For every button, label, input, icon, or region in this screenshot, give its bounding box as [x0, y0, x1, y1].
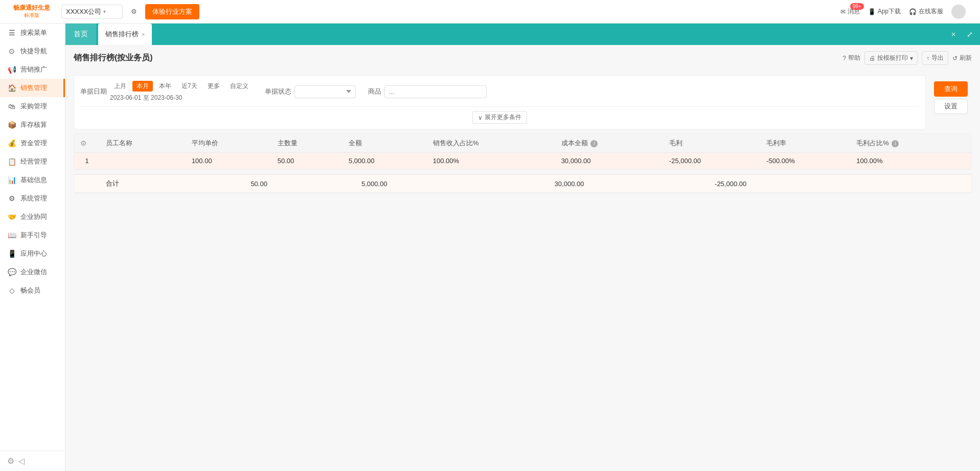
th-cost: 成本全额 i [555, 134, 663, 153]
sidebar-icon-marketing: 📢 [7, 65, 16, 74]
home-tab-label: 首页 [74, 30, 88, 39]
date-option-更多[interactable]: 更多 [203, 81, 224, 92]
tab-maximize-icon[interactable]: ⤢ [964, 28, 976, 40]
company-selector[interactable]: XXXXX公司 ▾ [61, 5, 123, 19]
date-option-本年[interactable]: 本年 [155, 81, 175, 92]
cell-total: 5,000.00 [343, 153, 427, 169]
tab-close-icon[interactable]: × [142, 31, 145, 37]
headset-icon: 🎧 [909, 8, 917, 15]
question-icon: ? [842, 55, 846, 62]
table-settings-icon[interactable]: ⚙ [80, 139, 87, 147]
phone-icon: 📱 [868, 8, 876, 15]
sidebar-item-inventory[interactable]: 📦库存核算 [0, 116, 65, 134]
help-button[interactable]: ? 帮助 [842, 54, 860, 62]
footer-cost: 30,000.00 [549, 174, 709, 193]
avatar[interactable] [951, 5, 966, 19]
sidebar-label-basic: 基础信息 [20, 175, 47, 185]
sidebar-item-search[interactable]: ☰搜索菜单 [0, 24, 65, 42]
logo[interactable]: 畅康通好生意 标准版 [6, 0, 57, 24]
sidebar-item-shortcut[interactable]: ⊙快捷导航 [0, 42, 65, 60]
sidebar-label-wechat: 企业微信 [20, 267, 47, 277]
th-gross-rate: 毛利率 [760, 134, 850, 153]
th-gross: 毛利 [663, 134, 760, 153]
print-button[interactable]: 🖨 按模板打印 ▾ [864, 51, 918, 65]
date-filter-group: 单据日期 上月本月本年近7天更多自定义 2023-06-01 至 2023-06… [80, 81, 253, 102]
sidebar-icon-inventory: 📦 [7, 121, 16, 129]
chevron-down-icon: ▾ [103, 9, 106, 14]
sidebar-item-collab[interactable]: 🤝企业协同 [0, 208, 65, 226]
tab-home[interactable]: 首页 [65, 24, 96, 45]
right-buttons: 查询 设置 [930, 75, 972, 120]
info-icon2[interactable]: i [892, 140, 899, 147]
sidebar-label-search: 搜索菜单 [20, 28, 47, 37]
logo-sub: 标准版 [24, 12, 39, 19]
th-name: 员工名称 [100, 134, 186, 153]
sidebar-bottom: ⚙ ◁ [0, 451, 65, 471]
expand-row: ∨ 展开更多条件 [80, 106, 919, 124]
online-service-button[interactable]: 🎧 在线客服 [909, 7, 943, 16]
footer-label: 合计 [100, 174, 197, 193]
sidebar-label-guide: 新手引导 [20, 231, 47, 240]
footer-gross-pct [924, 174, 971, 193]
footer-row: 合计 50.00 5,000.00 30,000.00 -25,000.00 [74, 174, 971, 193]
sidebar-label-sales: 销售管理 [20, 83, 47, 93]
sidebar-item-operation[interactable]: 📋经营管理 [0, 152, 65, 171]
sidebar-label-apps: 应用中心 [20, 249, 47, 258]
sidebar-item-system[interactable]: ⚙系统管理 [0, 189, 65, 208]
trial-button[interactable]: 体验行业方案 [145, 4, 199, 19]
export-button[interactable]: ↑ 导出 [922, 51, 948, 65]
refresh-button[interactable]: ↺ 刷新 [952, 54, 972, 62]
date-option-上月[interactable]: 上月 [110, 81, 130, 92]
date-options-group: 上月本月本年近7天更多自定义 2023-06-01 至 2023-06-30 [110, 81, 253, 102]
info-icon[interactable]: i [590, 140, 598, 147]
company-name: XXXXX公司 [66, 7, 101, 16]
sidebar-item-finance[interactable]: 💰资金管理 [0, 134, 65, 152]
status-select[interactable] [294, 85, 356, 98]
sidebar-icon-member: ◇ [7, 286, 16, 295]
export-icon: ↑ [926, 55, 929, 62]
sidebar-item-guide[interactable]: 📖新手引导 [0, 226, 65, 244]
message-badge: 99+ [850, 3, 864, 10]
sidebar-item-basic[interactable]: 📊基础信息 [0, 171, 65, 189]
sidebar-icon-collab: 🤝 [7, 213, 16, 221]
logo-title: 畅康通好生意 [13, 4, 50, 11]
sidebar-item-wechat[interactable]: 💬企业微信 [0, 263, 65, 281]
date-label: 单据日期 [80, 87, 107, 96]
sidebar-icon-operation: 📋 [7, 158, 16, 166]
cell-qty: 50.00 [271, 153, 343, 169]
tab-minimize-icon[interactable]: × [947, 28, 960, 40]
expand-button[interactable]: ∨ 展开更多条件 [472, 111, 527, 124]
app-download-button[interactable]: 📱 App下载 [868, 7, 901, 16]
sidebar-gear-icon[interactable]: ⚙ [7, 456, 14, 466]
date-option-本月[interactable]: 本月 [132, 81, 153, 92]
sidebar-label-purchase: 采购管理 [20, 102, 47, 111]
cell-avg-price: 100.00 [186, 153, 271, 169]
query-button[interactable]: 查询 [934, 81, 968, 97]
sidebar-collapse-icon[interactable]: ◁ [18, 456, 25, 466]
sidebar-item-purchase[interactable]: 🛍采购管理 [0, 97, 65, 116]
sidebar-item-member[interactable]: ◇畅会员 [0, 281, 65, 300]
settings-button[interactable]: 设置 [934, 99, 968, 114]
th-avg-price: 平均单价 [186, 134, 271, 153]
message-button[interactable]: ✉ 消息 99+ [840, 7, 860, 16]
sidebar-label-member: 畅会员 [20, 286, 40, 295]
sidebar-item-sales[interactable]: 🏠销售管理 [0, 79, 65, 97]
sidebar-item-apps[interactable]: 📱应用中心 [0, 244, 65, 263]
app-download-label: App下载 [878, 7, 901, 16]
date-option-自定义[interactable]: 自定义 [226, 81, 253, 92]
data-table: ⚙ 员工名称 平均单价 主数量 全额 销售收入占比% 成本全额 i 毛利 [74, 134, 971, 169]
tab-label: 销售排行榜 [105, 30, 139, 39]
date-option-近7天[interactable]: 近7天 [177, 81, 201, 92]
settings-icon[interactable]: ⚙ [127, 5, 141, 19]
goods-input[interactable] [384, 85, 487, 98]
footer-total: 5,000.00 [355, 174, 502, 193]
sidebar-item-marketing[interactable]: 📢营销推广 [0, 60, 65, 79]
sidebar-icon-basic: 📊 [7, 176, 16, 184]
footer-gross: -25,000.00 [709, 174, 877, 193]
sidebar-label-finance: 资金管理 [20, 139, 47, 148]
sidebar-icon-sales: 🏠 [7, 84, 16, 92]
tab-sales-ranking[interactable]: 销售排行榜 × [98, 24, 152, 45]
online-service-label: 在线客服 [919, 7, 943, 16]
filter-panel: 单据日期 上月本月本年近7天更多自定义 2023-06-01 至 2023-06… [74, 75, 926, 129]
sidebar-label-operation: 经营管理 [20, 157, 47, 166]
